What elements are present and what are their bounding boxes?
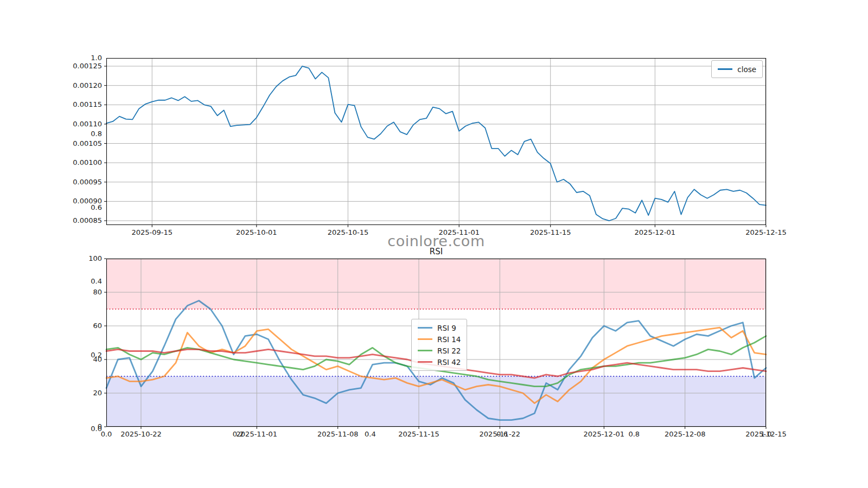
legend-item-close: close — [718, 63, 756, 75]
figure-bottom-tick-label: 0.4 — [335, 430, 405, 439]
close-price-chart-x-tick-label: 2025-12-15 — [731, 228, 801, 237]
rsi-chart-band — [106, 376, 766, 427]
rsi-chart-y-tick-label: 60 — [30, 322, 102, 330]
figure-bottom-tick-label: 0.8 — [599, 430, 669, 439]
tick-marks — [104, 66, 766, 227]
axes-spine — [107, 59, 766, 225]
legend-item-rsi9: RSI 9 — [418, 322, 461, 333]
figure-left-tick-label: 0.6 — [30, 203, 102, 212]
figure: coinlore.com RSI 2025-09-152025-10-01202… — [0, 0, 868, 488]
figure-bottom-tick-label: 0.2 — [203, 430, 273, 439]
close-price-chart-x-tick-label: 2025-10-01 — [221, 228, 292, 237]
rsi-legend: RSI 9 RSI 14 RSI 22 RSI 42 — [411, 319, 467, 371]
close-line-swatch — [718, 68, 732, 70]
legend-label-rsi42: RSI 42 — [437, 358, 461, 367]
rsi-chart-band — [106, 259, 766, 309]
rsi22-line-swatch — [418, 350, 432, 351]
grid-lines — [106, 58, 766, 225]
legend-label-rsi14: RSI 14 — [437, 335, 461, 344]
close-price-chart-x-tick-label: 2025-11-15 — [515, 228, 586, 237]
close-price-chart-x-tick-label: 2025-12-01 — [620, 228, 690, 237]
figure-bottom-tick-label: 0.6 — [467, 430, 538, 439]
price-chart — [106, 58, 766, 225]
legend-item-rsi42: RSI 42 — [418, 356, 461, 368]
figure-left-tick-label: 0.8 — [30, 130, 102, 138]
close-price-chart-x-tick-label: 2025-10-15 — [312, 228, 383, 237]
close-price-chart-y-tick-label: 0.00085 — [30, 216, 102, 225]
legend-item-rsi14: RSI 14 — [418, 333, 461, 345]
figure-bottom-tick-label: 0.0 — [71, 430, 142, 439]
close-price-chart-y-tick-label: 0.00095 — [30, 178, 102, 187]
figure-left-tick-label: 0.2 — [30, 351, 102, 359]
rsi-chart-y-tick-label: 80 — [30, 288, 102, 297]
rsi-chart-y-tick-label: 100 — [30, 254, 102, 263]
close-price-chart-y-tick-label: 0.00125 — [30, 62, 102, 70]
close-price-chart-y-tick-label: 0.00115 — [30, 100, 102, 109]
rsi9-line-swatch — [418, 327, 432, 329]
close-price-chart-y-tick-label: 0.00110 — [30, 120, 102, 129]
legend-label-rsi22: RSI 22 — [437, 346, 461, 355]
close-price-chart-x-tick-label: 2025-09-15 — [117, 228, 187, 237]
figure-bottom-tick-label: 1.0 — [731, 430, 801, 439]
figure-left-tick-label: 0.4 — [30, 277, 102, 286]
legend-label-close: close — [737, 65, 756, 74]
close-price-chart-y-tick-label: 0.00120 — [30, 81, 102, 90]
rsi-chart-y-tick-label: 20 — [30, 389, 102, 397]
close-price-chart-y-tick-label: 0.00105 — [30, 139, 102, 148]
price-legend: close — [711, 60, 763, 78]
close-price-chart-x-tick-label: 2025-11-01 — [424, 228, 494, 237]
rsi42-line-swatch — [418, 361, 432, 363]
figure-left-tick-label: 1.0 — [30, 54, 102, 62]
close-price-chart-y-tick-label: 0.00100 — [30, 158, 102, 167]
legend-label-rsi9: RSI 9 — [437, 324, 456, 332]
rsi-chart-title: RSI — [106, 247, 766, 256]
legend-item-rsi22: RSI 22 — [418, 345, 461, 356]
rsi14-line-swatch — [418, 338, 432, 340]
